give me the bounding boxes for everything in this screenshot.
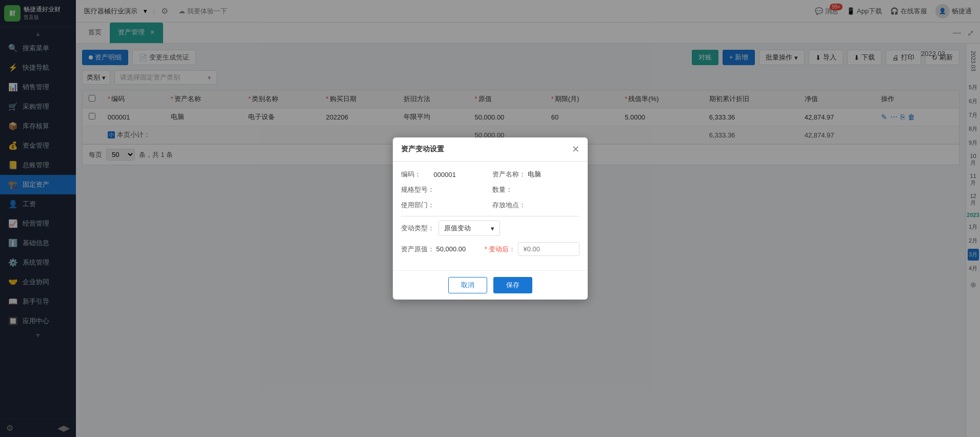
asset-change-dialog: 资产变动设置 ✕ 编码： 000001 资产名称： 电脑 规格型号： (393, 137, 588, 300)
dialog-close-btn[interactable]: ✕ (572, 144, 579, 155)
dialog-field-after-change: * 变动后： (485, 242, 579, 256)
dialog-field-spec: 规格型号： (401, 185, 488, 194)
cancel-button[interactable]: 取消 (448, 277, 487, 293)
dialog-field-quantity: 数量： (492, 185, 579, 194)
dialog-footer: 取消 保存 (393, 270, 588, 300)
dialog-field-location: 存放地点： (492, 201, 579, 210)
change-type-select[interactable]: 原值变动 ▾ (438, 221, 500, 236)
select-chevron-down-icon: ▾ (491, 225, 494, 232)
dialog-field-asset-value: 资产原值： 50,000.00 (401, 245, 481, 254)
dialog-row-values: 资产原值： 50,000.00 * 变动后： (401, 242, 579, 256)
save-button[interactable]: 保存 (493, 277, 532, 293)
dialog-row-code-name: 编码： 000001 资产名称： 电脑 (401, 170, 579, 179)
dialog-divider (401, 216, 579, 216)
dialog-row-change-type: 变动类型： 原值变动 ▾ (401, 221, 579, 236)
dialog-row-dept-location: 使用部门： 存放地点： (401, 201, 579, 210)
dialog-field-dept: 使用部门： (401, 201, 488, 210)
dialog-row-spec-qty: 规格型号： 数量： (401, 185, 579, 194)
dialog-body: 编码： 000001 资产名称： 电脑 规格型号： 数量： (393, 162, 588, 270)
dialog-title: 资产变动设置 (401, 145, 444, 154)
dialog-overlay: 资产变动设置 ✕ 编码： 000001 资产名称： 电脑 规格型号： (0, 0, 980, 437)
dialog-field-code: 编码： 000001 (401, 170, 488, 179)
dialog-header: 资产变动设置 ✕ (393, 137, 588, 162)
dialog-field-name: 资产名称： 电脑 (492, 170, 579, 179)
after-change-input[interactable] (518, 242, 579, 256)
